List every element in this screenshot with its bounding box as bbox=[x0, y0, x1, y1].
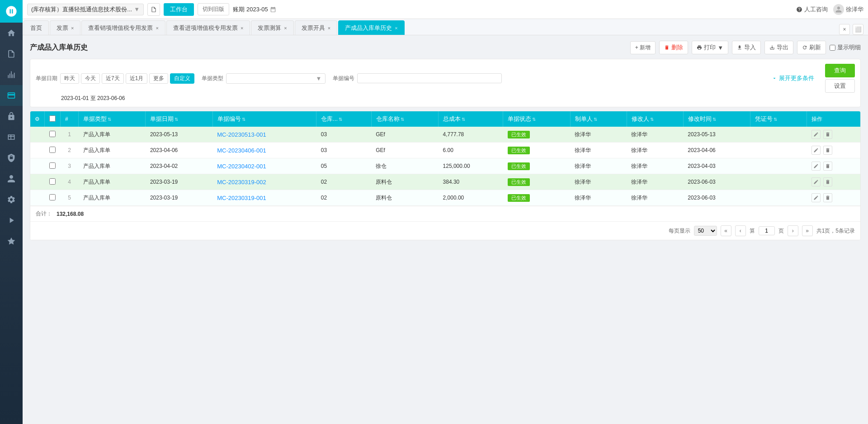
service-btn[interactable]: 人工咨询 bbox=[796, 5, 828, 14]
per-page-select[interactable]: 50 100 200 bbox=[694, 226, 717, 236]
col-type[interactable]: 单据类型⇅ bbox=[79, 111, 146, 127]
reset-btn[interactable]: 设置 bbox=[825, 79, 855, 93]
table-body: 1 产品入库单 2023-05-13 MC-20230513-001 03 GE… bbox=[30, 127, 860, 206]
col-total-cost[interactable]: 总成本⇅ bbox=[439, 111, 503, 127]
number-link-4[interactable]: MC-20230319-001 bbox=[217, 195, 266, 201]
table-row: 4 产品入库单 2023-03-19 MC-20230319-002 02 原料… bbox=[30, 174, 860, 190]
sidebar-item-invoice[interactable] bbox=[0, 85, 23, 106]
delete-icon-0[interactable] bbox=[823, 130, 832, 139]
edit-icon-3[interactable] bbox=[811, 177, 821, 186]
col-modify-time[interactable]: 修改时间⇅ bbox=[683, 111, 750, 127]
last-page-btn[interactable]: » bbox=[802, 225, 813, 236]
quick-more[interactable]: 更多 bbox=[149, 73, 168, 84]
tab-invoice-open[interactable]: 发票开具 × bbox=[295, 20, 337, 35]
tab-close-all-btn[interactable]: × bbox=[839, 24, 850, 35]
filter-bar: 单据日期 昨天 今天 近7天 近1月 更多 自定义 单据类型 ▼ bbox=[30, 59, 861, 107]
row-checkbox-4[interactable] bbox=[49, 194, 56, 200]
show-detail-toggle[interactable]: 显示明细 bbox=[830, 43, 861, 52]
tab-invoice-open-close[interactable]: × bbox=[328, 25, 330, 31]
tab-invoice-close[interactable]: × bbox=[71, 25, 74, 31]
table-row: 2 产品入库单 2023-04-06 MC-20230406-001 03 GE… bbox=[30, 143, 860, 158]
export-btn[interactable]: 导出 bbox=[764, 41, 793, 54]
col-voucher[interactable]: 凭证号⇅ bbox=[750, 111, 807, 127]
number-link-1[interactable]: MC-20230406-001 bbox=[217, 147, 266, 154]
quick-today[interactable]: 今天 bbox=[81, 73, 100, 84]
col-warehouse-name[interactable]: 仓库名称⇅ bbox=[371, 111, 438, 127]
col-date[interactable]: 单据日期⇅ bbox=[146, 111, 212, 127]
table-wrapper: ⚙ # 单据类型⇅ 单据日期⇅ 单据编号⇅ 仓库...⇅ 仓库名称⇅ 总成本⇅ … bbox=[30, 111, 861, 240]
sidebar-item-stamp[interactable] bbox=[0, 148, 23, 168]
company-name: (库存核算）直播轻抵通信息技术股份... bbox=[31, 5, 132, 14]
tab-check-sales-vat-close[interactable]: × bbox=[156, 25, 158, 31]
sidebar-item-lock[interactable] bbox=[0, 106, 23, 127]
delete-icon-3[interactable] bbox=[823, 177, 832, 186]
tab-invoice[interactable]: 发票 × bbox=[50, 20, 80, 35]
sidebar-item-layout[interactable] bbox=[0, 127, 23, 148]
first-page-btn[interactable]: « bbox=[721, 225, 731, 236]
sidebar-item-chart[interactable] bbox=[0, 64, 23, 85]
col-number[interactable]: 单据编号⇅ bbox=[212, 111, 316, 127]
number-link-2[interactable]: MC-20230402-001 bbox=[217, 163, 266, 170]
edit-icon-1[interactable] bbox=[811, 146, 821, 155]
row-checkbox-0[interactable] bbox=[49, 131, 56, 137]
tab-product-history-close[interactable]: × bbox=[395, 25, 397, 31]
quick-yesterday[interactable]: 昨天 bbox=[60, 73, 79, 84]
number-link-3[interactable]: MC-20230319-002 bbox=[217, 179, 266, 186]
company-selector[interactable]: (库存核算）直播轻抵通信息技术股份... ▼ bbox=[27, 4, 144, 15]
user-menu[interactable]: 徐泽华 bbox=[833, 4, 863, 15]
delete-icon-2[interactable] bbox=[823, 162, 832, 171]
sidebar-item-document[interactable] bbox=[0, 43, 23, 64]
edit-icon-2[interactable] bbox=[811, 162, 821, 171]
type-select[interactable]: ▼ bbox=[226, 73, 326, 84]
quick-1month[interactable]: 近1月 bbox=[126, 73, 148, 84]
delete-icon-4[interactable] bbox=[823, 193, 832, 202]
sidebar-item-person[interactable] bbox=[0, 168, 23, 189]
number-link-0[interactable]: MC-20230513-001 bbox=[217, 131, 266, 138]
delete-icon-1[interactable] bbox=[823, 146, 832, 155]
edit-icon-4[interactable] bbox=[811, 193, 821, 202]
sidebar-item-gear[interactable] bbox=[0, 189, 23, 210]
row-checkbox-1[interactable] bbox=[49, 147, 56, 153]
sidebar-item-star[interactable] bbox=[0, 231, 23, 252]
col-warehouse-code[interactable]: 仓库...⇅ bbox=[316, 111, 371, 127]
delete-btn[interactable]: 删除 bbox=[659, 41, 688, 54]
new-btn[interactable]: + 新增 bbox=[630, 41, 656, 54]
tab-product-history[interactable]: 产成品入库单历史 × bbox=[338, 20, 404, 35]
col-modifier[interactable]: 修改人⇅ bbox=[627, 111, 683, 127]
print-btn[interactable]: 打印 ▼ bbox=[692, 41, 728, 54]
page-input[interactable] bbox=[759, 226, 775, 235]
quick-7days[interactable]: 近7天 bbox=[102, 73, 124, 84]
show-detail-checkbox[interactable] bbox=[830, 45, 835, 51]
sidebar-item-home[interactable] bbox=[0, 23, 23, 43]
status-badge-1: 已生效 bbox=[508, 147, 530, 154]
tab-check-sales-vat[interactable]: 查看销项增值税专用发票 × bbox=[81, 20, 165, 35]
workspace-btn[interactable]: 工作台 bbox=[164, 3, 194, 16]
import-btn[interactable]: 导入 bbox=[732, 41, 761, 54]
col-creator[interactable]: 制单人⇅ bbox=[570, 111, 627, 127]
tab-invoice-calc[interactable]: 发票测算 × bbox=[251, 20, 293, 35]
prev-page-btn[interactable]: ‹ bbox=[735, 225, 746, 236]
tab-home[interactable]: 首页 bbox=[24, 20, 49, 35]
row-checkbox-2[interactable] bbox=[49, 162, 56, 169]
print-arrow: ▼ bbox=[717, 44, 723, 51]
refresh-btn[interactable]: 刷新 bbox=[797, 41, 826, 54]
col-settings[interactable]: ⚙ bbox=[30, 111, 45, 127]
sidebar-item-play[interactable] bbox=[0, 210, 23, 231]
quick-custom[interactable]: 自定义 bbox=[170, 73, 194, 84]
oldver-btn[interactable]: 切到旧版 bbox=[198, 3, 229, 15]
document-icon-btn[interactable] bbox=[147, 3, 160, 16]
col-status[interactable]: 单据状态⇅ bbox=[503, 111, 570, 127]
tab-check-purchase-vat[interactable]: 查看进项增值税专用发票 × bbox=[166, 20, 250, 35]
query-btn[interactable]: 查询 bbox=[825, 64, 855, 77]
tab-maximize-btn[interactable]: ⬜ bbox=[853, 24, 863, 35]
edit-icon-0[interactable] bbox=[811, 130, 821, 139]
expand-filter-btn[interactable]: 展开更多条件 bbox=[772, 74, 814, 82]
select-all-checkbox[interactable] bbox=[49, 115, 56, 122]
number-filter-input[interactable] bbox=[357, 73, 502, 83]
cell-number-1: MC-20230406-001 bbox=[212, 143, 316, 158]
tab-check-purchase-vat-close[interactable]: × bbox=[241, 25, 243, 31]
next-page-btn[interactable]: › bbox=[788, 225, 798, 236]
row-checkbox-3[interactable] bbox=[49, 178, 56, 185]
cell-date-2: 2023-04-02 bbox=[146, 158, 212, 174]
tab-invoice-calc-close[interactable]: × bbox=[284, 25, 287, 31]
